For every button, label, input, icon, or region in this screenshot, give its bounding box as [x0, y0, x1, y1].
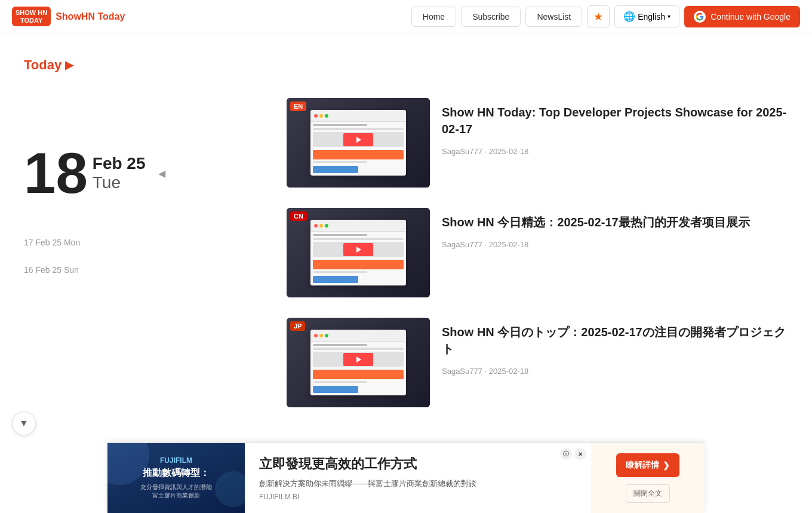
date-dow: Tue	[93, 173, 146, 192]
site-title-main: ShowHN	[56, 11, 95, 21]
date-day: 18	[24, 145, 88, 202]
article-author-2: SagaSu777	[442, 367, 482, 376]
date-sidebar: 18 Feb 25 Tue ◀ 17 Feb 25 Mon 16 Feb 25 …	[24, 91, 287, 414]
article-thumbnail-wrapper-0: EN	[287, 98, 430, 188]
site-logo[interactable]: SHOW HNTODAY	[12, 7, 51, 26]
date-month-dow: Feb 25 Tue	[93, 154, 146, 192]
rss-button[interactable]: ★	[587, 5, 610, 28]
newslist-button[interactable]: NewsList	[525, 7, 582, 27]
date-month: Feb 25	[93, 154, 146, 173]
article-date-1: 2025-02-18	[489, 240, 529, 249]
article-meta-1: SagaSu777 · 2025-02-18	[442, 240, 788, 249]
rss-icon: ★	[593, 10, 603, 23]
lang-badge-1: CN	[290, 211, 307, 221]
article-info-2: Show HN 今日のトップ：2025-02-17の注目の開発者プロジェクト S…	[442, 318, 788, 376]
date-row: 18 Feb 25 Tue ◀	[24, 145, 168, 202]
prev-dates: 17 Feb 25 Mon 16 Feb 25 Sun	[24, 238, 80, 275]
article-info-0: Show HN Today: Top Developer Projects Sh…	[442, 98, 788, 156]
lang-badge-0: EN	[290, 102, 306, 111]
article-thumbnail-wrapper-2: JP	[287, 318, 430, 407]
translate-icon: 🌐	[623, 11, 635, 22]
article-date-0: 2025-02-18	[489, 147, 529, 156]
language-label: English	[638, 12, 665, 21]
article-title-0[interactable]: Show HN Today: Top Developer Projects Sh…	[442, 104, 788, 137]
navbar-left: SHOW HNTODAY ShowHN Today	[12, 7, 125, 26]
site-title-accent: Today	[97, 11, 125, 21]
lang-badge-2: JP	[290, 321, 305, 331]
today-arrow-icon: ▶	[65, 59, 73, 72]
site-title: ShowHN Today	[56, 11, 125, 22]
prev-date-1[interactable]: 16 Feb 25 Sun	[24, 265, 80, 275]
google-icon	[694, 11, 706, 23]
content-area: 18 Feb 25 Tue ◀ 17 Feb 25 Mon 16 Feb 25 …	[24, 91, 788, 414]
article-card: CN	[287, 201, 788, 305]
today-heading: Today ▶	[24, 57, 788, 73]
chevron-down-icon: ▼	[19, 418, 29, 426]
articles-list: EN	[287, 91, 788, 414]
article-date-2: 2025-02-18	[489, 367, 529, 376]
language-selector[interactable]: 🌐 English ▾	[614, 5, 679, 27]
logo-text: SHOW HNTODAY	[16, 9, 47, 23]
today-heading-text: Today	[24, 57, 61, 73]
home-button[interactable]: Home	[411, 7, 456, 27]
google-btn-label: Continue with Google	[710, 12, 791, 21]
article-thumb-2[interactable]	[287, 318, 430, 407]
prev-date-0[interactable]: 17 Feb 25 Mon	[24, 238, 80, 247]
article-thumbnail-wrapper-1: CN	[287, 208, 430, 297]
navbar-right: Home Subscribe NewsList ★ 🌐 English ▾ Co…	[411, 5, 800, 28]
subscribe-button[interactable]: Subscribe	[461, 7, 521, 27]
article-title-1[interactable]: Show HN 今日精选：2025-02-17最热门的开发者项目展示	[442, 214, 788, 231]
article-meta-0: SagaSu777 · 2025-02-18	[442, 147, 788, 156]
article-meta-2: SagaSu777 · 2025-02-18	[442, 367, 788, 376]
article-thumb-0[interactable]	[287, 98, 430, 188]
article-card: JP	[287, 311, 788, 414]
google-signin-button[interactable]: Continue with Google	[684, 6, 800, 27]
article-thumb-1[interactable]	[287, 208, 430, 297]
article-info-1: Show HN 今日精选：2025-02-17最热门的开发者项目展示 SagaS…	[442, 208, 788, 249]
date-prev-button[interactable]: ◀	[156, 167, 168, 179]
main-content: Today ▶ 18 Feb 25 Tue ◀ 17 Feb 25 Mon 16…	[0, 33, 812, 426]
article-author-1: SagaSu777	[442, 240, 482, 249]
navbar: SHOW HNTODAY ShowHN Today Home Subscribe…	[0, 0, 812, 33]
article-title-2[interactable]: Show HN 今日のトップ：2025-02-17の注目の開発者プロジェクト	[442, 324, 788, 357]
article-card: EN	[287, 91, 788, 195]
chevron-down-icon: ▾	[668, 13, 670, 20]
article-author-0: SagaSu777	[442, 147, 482, 156]
